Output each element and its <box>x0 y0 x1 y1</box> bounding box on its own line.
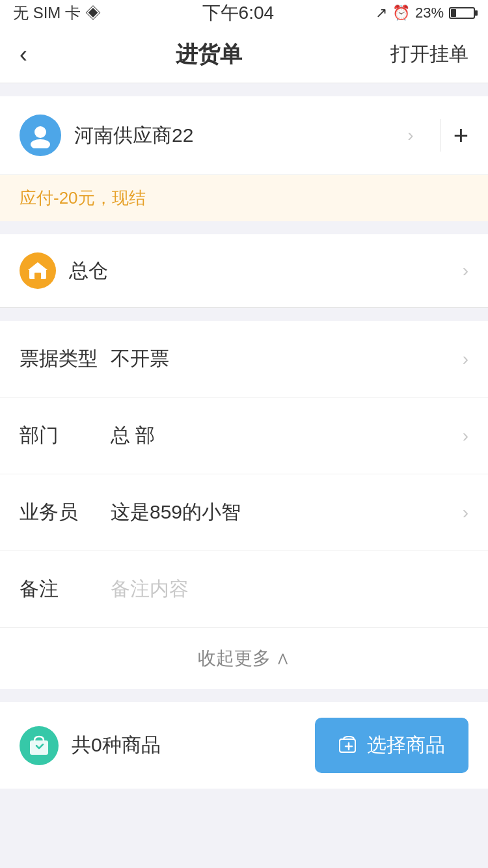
remark-input[interactable]: 备注内容 <box>111 576 468 603</box>
supplier-name: 河南供应商22 <box>74 122 407 149</box>
status-time: 下午6:04 <box>202 1 275 25</box>
status-left: 无 SIM 卡 ◈ <box>13 3 101 23</box>
select-goods-button[interactable]: 选择商品 <box>315 718 468 773</box>
department-row[interactable]: 部门 总 部 › <box>0 398 488 474</box>
svg-rect-4 <box>34 273 41 279</box>
salesman-value: 这是859的小智 <box>111 499 463 526</box>
ticket-type-row[interactable]: 票据类型 不开票 › <box>0 321 488 398</box>
salesman-label: 业务员 <box>20 499 111 526</box>
warehouse-row[interactable]: 总仓 › <box>0 234 488 308</box>
open-pending-button[interactable]: 打开挂单 <box>390 41 468 68</box>
supplier-avatar <box>20 115 61 156</box>
warehouse-name: 总仓 <box>69 258 463 284</box>
salesman-chevron-icon: › <box>463 502 468 523</box>
alarm-icon: ⏰ <box>392 5 410 21</box>
form-section: 票据类型 不开票 › 部门 总 部 › 业务员 这是859的小智 › 备注 备注… <box>0 321 488 628</box>
ticket-type-label: 票据类型 <box>20 346 111 372</box>
remark-row[interactable]: 备注 备注内容 <box>0 551 488 628</box>
salesman-row[interactable]: 业务员 这是859的小智 › <box>0 474 488 551</box>
ticket-type-value: 不开票 <box>111 346 463 372</box>
goods-icon <box>20 726 59 765</box>
supplier-card: 河南供应商22 › + 应付-20元，现结 <box>0 96 488 221</box>
svg-point-1 <box>31 139 50 148</box>
status-right: ↗ ⏰ 23% <box>375 5 475 21</box>
goods-count: 共0种商品 <box>72 732 315 759</box>
department-label: 部门 <box>20 422 111 449</box>
svg-point-0 <box>34 126 46 138</box>
battery-percentage: 23% <box>415 5 444 21</box>
bottom-bar: 共0种商品 选择商品 <box>0 702 488 789</box>
department-chevron-icon: › <box>463 426 468 446</box>
page-background <box>0 789 488 868</box>
supplier-row[interactable]: 河南供应商22 › + <box>0 96 488 175</box>
select-goods-label: 选择商品 <box>367 732 445 759</box>
collapse-bar[interactable]: 收起更多 ∧ <box>0 628 488 689</box>
page-title: 进货单 <box>176 40 242 70</box>
section-gap-1 <box>0 83 488 96</box>
ticket-type-chevron-icon: › <box>463 349 468 370</box>
section-gap-2 <box>0 221 488 234</box>
remark-label: 备注 <box>20 576 111 603</box>
supplier-chevron-icon: › <box>407 125 413 146</box>
status-bar: 无 SIM 卡 ◈ 下午6:04 ↗ ⏰ 23% <box>0 0 488 26</box>
department-value: 总 部 <box>111 422 463 449</box>
warehouse-icon <box>20 252 56 289</box>
add-supplier-button[interactable]: + <box>454 121 468 150</box>
svg-marker-3 <box>28 262 47 270</box>
sim-status: 无 SIM 卡 ◈ <box>13 3 101 23</box>
back-button[interactable]: ‹ <box>20 41 27 68</box>
battery-icon <box>449 7 475 19</box>
collapse-label: 收起更多 ∧ <box>198 646 291 671</box>
location-icon: ↗ <box>375 5 387 21</box>
warehouse-chevron-icon: › <box>463 260 468 281</box>
nav-bar: ‹ 进货单 打开挂单 <box>0 26 488 83</box>
notice-bar: 应付-20元，现结 <box>0 175 488 221</box>
supplier-divider <box>440 119 441 152</box>
